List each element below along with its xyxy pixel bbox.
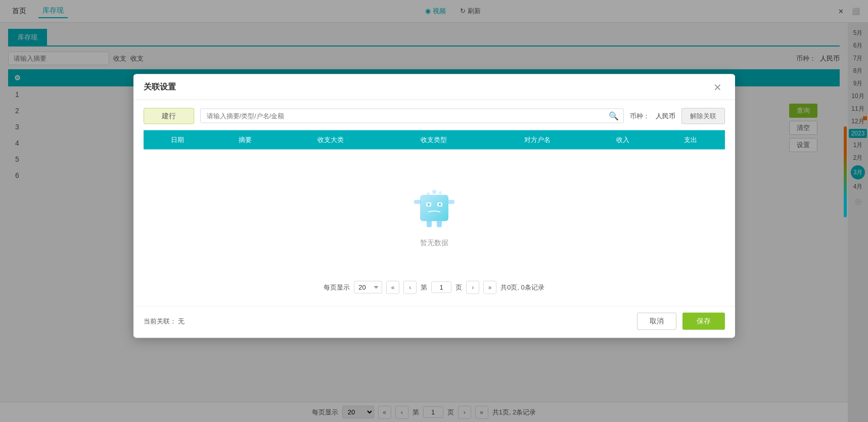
search-input[interactable] xyxy=(200,109,624,123)
empty-state: 暂无数据 xyxy=(150,154,719,267)
current-link-area: 当前关联： 无 xyxy=(144,316,185,325)
svg-rect-6 xyxy=(437,220,442,227)
first-page-btn[interactable]: « xyxy=(386,280,399,294)
svg-rect-7 xyxy=(414,200,421,204)
modal-footer: 当前关联： 无 取消 保存 xyxy=(133,306,735,338)
page-label: 第 xyxy=(421,283,427,292)
modal-body: 建行 🔍 币种： 人民币 解除关联 日期 摘要 收支大类 收支类型 对方户名 收… xyxy=(133,100,735,306)
svg-rect-5 xyxy=(427,220,432,227)
svg-rect-4 xyxy=(439,203,441,205)
col-expense: 支出 xyxy=(657,130,724,149)
current-link-label: 当前关联： xyxy=(144,317,176,324)
toolbar-row: 建行 🔍 币种： 人民币 解除关联 xyxy=(144,108,725,124)
last-page-btn[interactable]: » xyxy=(483,280,496,294)
footer-buttons: 取消 保存 xyxy=(637,312,725,330)
current-link-value: 无 xyxy=(178,317,185,324)
per-page-label: 每页显示 xyxy=(324,283,350,292)
svg-point-9 xyxy=(432,190,436,194)
currency-value: 人民币 xyxy=(656,111,675,120)
modal-close-button[interactable]: ✕ xyxy=(710,81,725,93)
per-page-select[interactable]: 20 50 100 xyxy=(354,281,382,294)
col-summary: 摘要 xyxy=(211,130,279,149)
modal-header: 关联设置 ✕ xyxy=(133,74,735,100)
pagination-row: 每页显示 20 50 100 « ‹ 第 页 › » 共0页, 0条记录 xyxy=(144,272,725,298)
modal-title: 关联设置 xyxy=(144,82,176,92)
empty-state-icon xyxy=(409,184,460,230)
cancel-button[interactable]: 取消 xyxy=(637,312,676,330)
empty-state-row: 暂无数据 xyxy=(144,149,725,272)
col-counterparty: 对方户名 xyxy=(486,130,589,149)
svg-rect-8 xyxy=(447,200,454,204)
search-icon[interactable]: 🔍 xyxy=(609,111,619,121)
svg-rect-3 xyxy=(428,203,430,205)
search-wrapper: 🔍 xyxy=(200,109,624,123)
data-table: 日期 摘要 收支大类 收支类型 对方户名 收入 支出 xyxy=(144,130,725,272)
col-category: 收支大类 xyxy=(279,130,382,149)
col-income: 收入 xyxy=(589,130,657,149)
empty-text: 暂无数据 xyxy=(420,238,448,247)
page-suffix: 页 xyxy=(455,283,462,292)
col-date: 日期 xyxy=(144,130,211,149)
col-type: 收支类型 xyxy=(382,130,485,149)
page-number-input[interactable] xyxy=(431,282,451,293)
next-page-btn[interactable]: › xyxy=(466,280,479,294)
svg-point-10 xyxy=(427,192,430,195)
total-text: 共0页, 0条记录 xyxy=(500,283,544,292)
save-button[interactable]: 保存 xyxy=(682,312,725,330)
modal-dialog: 关联设置 ✕ 建行 🔍 币种： 人民币 解除关联 日期 摘要 收支大类 收支类型 xyxy=(133,74,735,338)
svg-rect-0 xyxy=(420,195,448,221)
bank-tag: 建行 xyxy=(144,108,194,124)
currency-label: 币种： xyxy=(630,111,650,120)
table-header-row: 日期 摘要 收支大类 收支类型 对方户名 收入 支出 xyxy=(144,130,725,149)
prev-page-btn[interactable]: ‹ xyxy=(403,280,417,294)
unlink-button[interactable]: 解除关联 xyxy=(681,108,725,124)
svg-point-11 xyxy=(439,191,442,194)
